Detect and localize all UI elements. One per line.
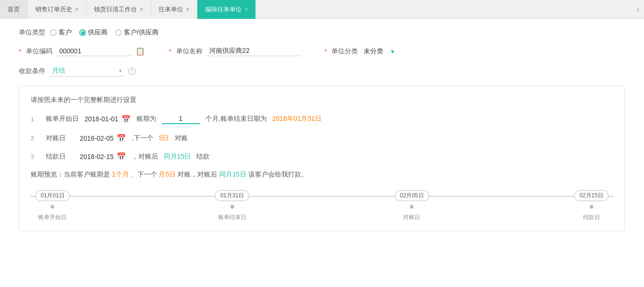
date-val-1: 2018-01-01 [85,115,119,123]
row-desc-2-prefix: ,下一个 [132,134,153,143]
cal-icon-1[interactable]: 📅 [121,115,131,124]
preview-static-1: 账期预览：当前客户账期是 [31,170,110,178]
radio-supplier-circle [79,29,86,36]
row-desc-3-suffix: 结款 [196,152,210,161]
config-row-3: 3 结款日 2018-02-15 📅 ，对账后 同月15日 结款 [31,152,613,161]
node-dot-1 [51,205,54,209]
row-date-1: 2018-01-01 📅 [85,115,131,124]
unit-category-value: 未分类 [364,47,383,56]
unit-code-label: 单位编码 [26,47,52,56]
node-label-4: 结款日 [583,213,600,221]
radio-supplier-label: 供应商 [88,28,108,37]
cal-icon-3[interactable]: 📅 [117,152,126,161]
tab-sales-label: 销售订单历史 [35,5,72,14]
preview-highlight-1: 1个月， [112,170,136,178]
preview-highlight-3: 同月15日 [219,170,246,178]
unit-category-label: 单位分类 [331,47,358,56]
node-tag-3: 02月05日 [395,190,429,201]
row-label-2: 对账日 [46,134,74,143]
unit-category-item: * 单位分类 未分类 ▾ [324,47,394,56]
row-label-1: 账单开始日 [46,115,79,123]
month-input[interactable] [162,114,200,124]
node-label-3: 对账日 [403,213,420,221]
payment-row: 收款条件 月结 ▾ ? [19,66,625,76]
preview-static-4: 该客户会给我打款。 [248,170,308,178]
category-required: * [324,48,327,55]
section-title: 请按照未来的一个完整帐期进行设置 [31,96,613,104]
unit-code-input[interactable] [56,46,132,56]
tab-home[interactable]: 首页 [0,0,28,19]
payment-help-icon[interactable]: ? [128,68,136,75]
tab-more-button[interactable]: › [632,5,644,14]
payment-item: 收款条件 月结 ▾ ? [19,66,136,76]
preview-static-2: 下一个 [137,170,157,178]
tab-counterparty-close[interactable]: × [186,6,189,13]
tab-home-label: 首页 [8,5,20,14]
tab-bar: 首页 销售订单历史 × 钱货日清工作台 × 往来单位 × 编辑往来单位 × › [0,0,644,19]
radio-customer-circle [50,29,57,36]
node-dot-2 [230,205,234,209]
tab-edit-label: 编辑往来单位 [205,5,242,14]
row-num-2: 2 [31,135,40,142]
unit-type-row: 单位类型 客户 供应商 客户/供应商 [19,28,625,37]
row-desc-3-prefix: ，对账后 [132,152,158,161]
row-desc-3-highlight: 同月15日 [164,152,191,161]
tab-edit-close[interactable]: × [245,6,248,13]
timeline-nodes: 01月01日 账单开始日 01月31日 账单结束日 02月05日 对账日 02月… [35,190,609,221]
node-dot-3 [410,205,414,209]
tab-cash-work[interactable]: 钱货日清工作台 × [86,0,151,19]
row-num-1: 1 [31,116,40,123]
name-required: * [169,48,171,55]
category-dropdown-icon[interactable]: ▾ [391,48,394,55]
preview-text: 账期预览：当前客户账期是 1个月， 下一个 月5日 对账，对账后 同月15日 该… [31,170,613,179]
code-name-row: * 单位编码 📋 * 单位名称 * 单位分类 未分类 ▾ [19,46,625,56]
node-label-2: 账单结束日 [218,213,246,221]
preview-highlight-2: 月5日 [159,170,176,178]
tab-sales-close[interactable]: × [75,6,78,13]
row-label-3: 结款日 [46,152,74,161]
config-row-1: 1 账单开始日 2018-01-01 📅 账期为 个月,账单结束日期为 2018… [31,114,613,124]
row-end-date-highlight: 2018年01月31日 [272,115,322,123]
tab-sales-order[interactable]: 销售订单历史 × [28,0,86,19]
timeline-node-4: 02月15日 结款日 [574,190,609,221]
row-desc-2-suffix: 对账 [175,134,188,143]
payment-label: 收款条件 [19,67,45,76]
config-section: 请按照未来的一个完整帐期进行设置 1 账单开始日 2018-01-01 📅 账期… [19,86,625,231]
timeline-node-1: 01月01日 账单开始日 [35,190,70,221]
radio-customer[interactable]: 客户 [50,28,72,37]
unit-type-label-wrap: 单位类型 [19,28,45,37]
radio-supplier[interactable]: 供应商 [79,28,108,37]
unit-name-input[interactable] [206,46,301,56]
row-date-2: 2018-02-05 📅 [80,134,126,143]
row-num-3: 3 [31,153,40,160]
row-desc-2-highlight: 5日 [159,134,169,143]
radio-both-label: 客户/供应商 [124,28,159,37]
node-label-1: 账单开始日 [38,213,67,221]
payment-select[interactable]: 月结 ▾ [49,66,125,76]
config-row-2: 2 对账日 2018-02-05 📅 ,下一个 5日 对账 [31,134,613,143]
timeline-node-2: 01月31日 账单结束日 [215,190,249,221]
unit-code-calendar-icon[interactable]: 📋 [136,47,145,56]
preview-static-3: 对账，对账后 [178,170,217,178]
payment-value: 月结 [52,67,117,75]
tab-counterparty[interactable]: 往来单位 × [151,0,197,19]
cal-icon-2[interactable]: 📅 [117,134,126,143]
unit-type-radio-group: 客户 供应商 客户/供应商 [50,28,159,37]
timeline-container: 01月01日 账单开始日 01月31日 账单结束日 02月05日 对账日 02月… [31,190,613,221]
code-required: * [19,48,21,55]
date-val-3: 2018-02-15 [80,153,114,160]
radio-customer-label: 客户 [59,28,72,37]
timeline-node-3: 02月05日 对账日 [395,190,429,221]
tab-counterparty-label: 往来单位 [159,5,183,14]
unit-code-item: * 单位编码 📋 [19,46,145,56]
node-tag-1: 01月01日 [35,190,70,201]
payment-dropdown-icon: ▾ [119,68,122,74]
unit-name-label: 单位名称 [176,47,203,56]
date-val-2: 2018-02-05 [80,135,114,142]
tab-edit-counterparty[interactable]: 编辑往来单位 × [197,0,256,19]
row-suffix-label-1: 账期为 [136,115,156,123]
radio-both[interactable]: 客户/供应商 [115,28,159,37]
tab-cash-close[interactable]: × [140,6,143,13]
tab-cash-label: 钱货日清工作台 [94,5,137,14]
unit-name-item: * 单位名称 [169,46,300,56]
